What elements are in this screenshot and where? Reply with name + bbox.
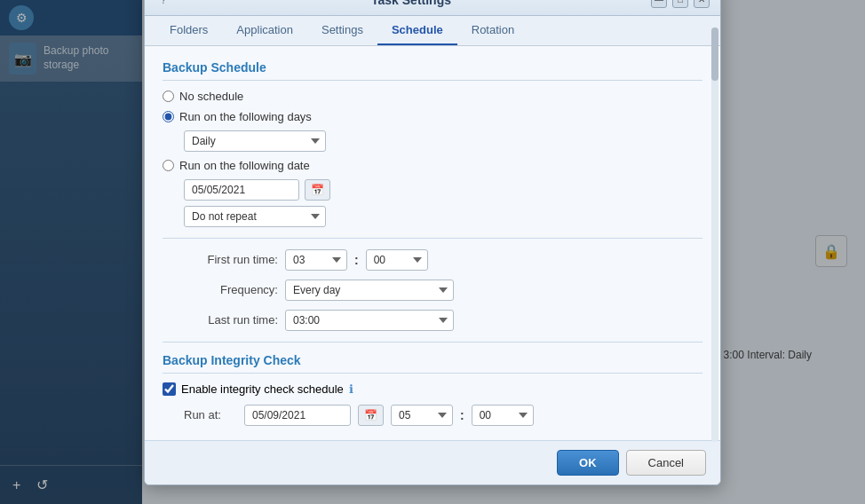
last-run-row: Last run time: 03:00 06:00 12:00 18:00 2… bbox=[163, 310, 702, 331]
days-dropdown-block: Daily Weekly Monthly bbox=[184, 130, 702, 152]
backup-schedule-title: Backup Schedule bbox=[163, 60, 702, 81]
first-run-row: First run time: 03 04 05 : 00 15 30 45 bbox=[163, 249, 702, 271]
frequency-label: Frequency: bbox=[163, 283, 278, 296]
modal-controls: — □ ✕ bbox=[651, 0, 710, 8]
divider-1 bbox=[163, 238, 702, 239]
frequency-dropdown[interactable]: Every day Every 2 hours Every 6 hours Ev… bbox=[285, 280, 454, 301]
info-icon[interactable]: ℹ bbox=[349, 382, 353, 396]
colon-sep-1: : bbox=[354, 253, 359, 267]
run-following-date-row: Run on the following date bbox=[163, 159, 702, 172]
cancel-button[interactable]: Cancel bbox=[626, 450, 706, 476]
minimize-button[interactable]: — bbox=[651, 0, 667, 8]
last-run-label: Last run time: bbox=[163, 313, 278, 327]
frequency-row: Frequency: Every day Every 2 hours Every… bbox=[163, 280, 702, 301]
modal-body: Backup Schedule No schedule Run on the f… bbox=[145, 46, 720, 440]
run-days-radio[interactable] bbox=[163, 111, 174, 122]
scrollbar-thumb[interactable] bbox=[711, 28, 718, 81]
integrity-checkbox-row: Enable integrity check schedule ℹ bbox=[163, 382, 702, 396]
tab-application[interactable]: Application bbox=[222, 16, 307, 45]
modal-footer: OK Cancel bbox=[145, 440, 720, 484]
colon-sep-2: : bbox=[460, 408, 464, 422]
days-dropdown[interactable]: Daily Weekly Monthly bbox=[184, 130, 326, 152]
first-run-hour-select[interactable]: 03 04 05 bbox=[285, 249, 347, 271]
run-date-label: Run on the following date bbox=[179, 159, 310, 172]
date-input[interactable] bbox=[184, 179, 299, 201]
run-at-minute-select[interactable]: 00 15 30 45 bbox=[472, 405, 534, 426]
integrity-checkbox[interactable] bbox=[163, 382, 176, 396]
app-window: ⚙ 📷 Backup photo storage + ↺ 🔒 3:00 Inte… bbox=[0, 0, 865, 504]
no-schedule-radio[interactable] bbox=[163, 91, 174, 102]
last-run-select[interactable]: 03:00 06:00 12:00 18:00 23:00 bbox=[285, 310, 454, 331]
run-at-hour-select[interactable]: 05 06 07 bbox=[391, 405, 453, 426]
task-settings-modal: ? Task Settings — □ ✕ Folders Applicatio… bbox=[144, 0, 721, 485]
modal-title: Task Settings bbox=[171, 0, 651, 7]
ok-button[interactable]: OK bbox=[557, 450, 619, 476]
tab-folders[interactable]: Folders bbox=[155, 16, 222, 45]
no-schedule-row: No schedule bbox=[163, 90, 702, 103]
date-input-row: 📅 bbox=[184, 179, 702, 201]
first-run-minute-select[interactable]: 00 15 30 45 bbox=[366, 249, 428, 271]
date-picker-block: 📅 Do not repeat Every day Every week Eve… bbox=[184, 179, 702, 227]
run-at-label: Run at: bbox=[184, 408, 237, 421]
close-button[interactable]: ✕ bbox=[694, 0, 710, 8]
run-days-label: Run on the following days bbox=[179, 110, 312, 123]
tab-settings[interactable]: Settings bbox=[307, 16, 377, 45]
run-following-days-row: Run on the following days bbox=[163, 110, 702, 123]
scrollbar-track[interactable] bbox=[711, 28, 718, 442]
modal-titlebar: ? Task Settings — □ ✕ bbox=[145, 0, 720, 16]
divider-2 bbox=[163, 342, 702, 343]
run-at-date-input[interactable] bbox=[244, 405, 351, 426]
repeat-dropdown[interactable]: Do not repeat Every day Every week Every… bbox=[184, 206, 326, 227]
integrity-label: Enable integrity check schedule bbox=[181, 382, 344, 396]
calendar-button[interactable]: 📅 bbox=[305, 179, 330, 201]
tab-rotation[interactable]: Rotation bbox=[457, 16, 528, 45]
run-date-radio[interactable] bbox=[163, 160, 174, 171]
modal-overlay: ? Task Settings — □ ✕ Folders Applicatio… bbox=[0, 0, 865, 504]
modal-help-btn[interactable]: ? bbox=[155, 0, 171, 8]
run-at-calendar-button[interactable]: 📅 bbox=[358, 405, 384, 426]
run-at-row: Run at: 📅 05 06 07 : 00 15 30 45 bbox=[184, 405, 702, 426]
no-schedule-label: No schedule bbox=[179, 90, 243, 103]
integrity-check-title: Backup Integrity Check bbox=[163, 353, 702, 374]
modal-tabs: Folders Application Settings Schedule Ro… bbox=[145, 16, 720, 46]
restore-button[interactable]: □ bbox=[672, 0, 688, 8]
first-run-label: First run time: bbox=[163, 253, 278, 266]
tab-schedule[interactable]: Schedule bbox=[377, 16, 457, 45]
